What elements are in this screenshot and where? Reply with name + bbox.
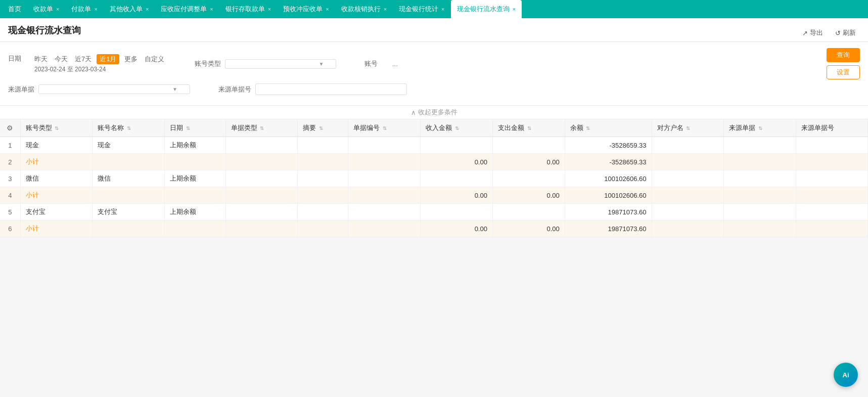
cell-expense <box>492 137 565 154</box>
col-date[interactable]: 日期 ⇅ <box>165 119 225 137</box>
nav-close-bank-deposit[interactable]: × <box>268 0 271 18</box>
refresh-button[interactable]: ↺ 刷新 <box>831 27 860 38</box>
cell-summary <box>298 204 348 220</box>
source-doc-no-input[interactable] <box>255 83 407 95</box>
cell-doc-type <box>225 204 298 220</box>
sort-account-type: ⇅ <box>55 125 59 131</box>
cell-income <box>421 137 493 154</box>
cell-balance: -3528659.33 <box>565 154 652 170</box>
col-account-name[interactable]: 账号名称 ⇅ <box>93 119 165 137</box>
cell-date: 上期余额 <box>165 204 225 220</box>
col-balance[interactable]: 余额 ⇅ <box>565 119 652 137</box>
col-source-doc-label: 来源单据 <box>729 124 755 131</box>
cell-balance: 100102606.60 <box>565 170 652 187</box>
cell-rownum: 3 <box>0 170 20 187</box>
cell-expense <box>492 204 565 220</box>
table-row[interactable]: 6小计0.000.0019871073.60 <box>0 220 868 237</box>
cell-date: 上期余额 <box>165 170 225 187</box>
nav-close-payment[interactable]: × <box>94 0 97 18</box>
col-income[interactable]: 收入金额 ⇅ <box>421 119 493 137</box>
table-row[interactable]: 2小计0.000.00-3528659.33 <box>0 154 868 170</box>
col-account-type[interactable]: 账号类型 ⇅ <box>20 119 93 137</box>
date-opt-custom[interactable]: 自定义 <box>143 54 166 64</box>
cell-summary <box>298 154 348 170</box>
nav-receipt[interactable]: 收款单 × <box>27 0 65 18</box>
table-row[interactable]: 3微信微信上期余额100102606.60 <box>0 170 868 187</box>
date-opt-7days[interactable]: 近7天 <box>73 54 94 64</box>
col-expense-label: 支出金额 <box>498 124 524 131</box>
nav-other-income[interactable]: 其他收入单 × <box>104 0 155 18</box>
cell-source-doc-no <box>796 137 868 154</box>
nav-close-receipt[interactable]: × <box>56 0 59 18</box>
nav-cash-bank-flow[interactable]: 现金银行流水查询 × <box>451 0 522 18</box>
sort-counterparty: ⇅ <box>686 125 690 131</box>
collapse-bar: ∧ 收起更多条件 <box>0 106 868 119</box>
col-account-type-label: 账号类型 <box>26 124 52 131</box>
nav-collect-exec[interactable]: 收款核销执行 × <box>335 0 393 18</box>
col-source-doc-no[interactable]: 来源单据号 <box>796 119 868 137</box>
col-account-name-label: 账号名称 <box>98 124 124 131</box>
cell-account-type: 小计 <box>20 154 93 170</box>
nav-adjustment[interactable]: 应收应付调整单 × <box>155 0 219 18</box>
cell-doc-no <box>348 204 421 220</box>
date-opt-yesterday[interactable]: 昨天 <box>32 54 50 64</box>
col-summary-label: 摘要 <box>303 124 316 131</box>
nav-prepay[interactable]: 预收冲应收单 × <box>277 0 335 18</box>
data-table: ⚙ 账号类型 ⇅ 账号名称 ⇅ 日期 ⇅ 单据类型 ⇅ 摘 <box>0 119 868 237</box>
cell-doc-no <box>348 137 421 154</box>
col-source-doc-no-label: 来源单据号 <box>801 124 834 131</box>
filter-row-source: 来源单据 ▼ 来源单据号 <box>8 83 860 95</box>
filter-area: 日期 昨天 今天 近7天 近1月 更多 自定义 2023-02-24 至 202… <box>0 42 868 106</box>
cell-source-doc <box>724 220 796 237</box>
source-doc-chevron: ▼ <box>172 86 177 92</box>
nav-close-cash-bank-stat[interactable]: × <box>441 0 444 18</box>
table-row[interactable]: 1现金现金上期余额-3528659.33 <box>0 137 868 154</box>
cell-date: 上期余额 <box>165 137 225 154</box>
cell-account-type: 小计 <box>20 220 93 237</box>
table-row[interactable]: 4小计0.000.00100102606.60 <box>0 187 868 204</box>
settings-button[interactable]: 设置 <box>827 65 860 79</box>
table-body: 1现金现金上期余额-3528659.332小计0.000.00-3528659.… <box>0 137 868 237</box>
col-source-doc[interactable]: 来源单据 ⇅ <box>724 119 796 137</box>
nav-payment[interactable]: 付款单 × <box>65 0 103 18</box>
nav-home[interactable]: 首页 <box>2 0 27 18</box>
cell-counterparty <box>652 204 724 220</box>
source-doc-label: 来源单据 <box>8 85 34 94</box>
export-button[interactable]: ↗ 导出 <box>798 27 827 38</box>
cell-balance: 19871073.60 <box>565 204 652 220</box>
col-expense[interactable]: 支出金额 ⇅ <box>492 119 565 137</box>
col-gear[interactable]: ⚙ <box>0 119 20 137</box>
cell-rownum: 5 <box>0 204 20 220</box>
nav-close-collect-exec[interactable]: × <box>384 0 387 18</box>
date-opt-today[interactable]: 今天 <box>53 54 70 64</box>
account-type-select[interactable]: ▼ <box>225 59 336 69</box>
source-doc-select[interactable]: ▼ <box>38 84 190 94</box>
nav-bank-deposit[interactable]: 银行存取款单 × <box>219 0 277 18</box>
nav-cash-bank-stat[interactable]: 现金银行统计 × <box>393 0 450 18</box>
sort-doc-type: ⇅ <box>260 125 264 131</box>
nav-close-cash-bank-flow[interactable]: × <box>513 0 516 18</box>
date-opt-more[interactable]: 更多 <box>122 54 140 64</box>
date-opt-1month[interactable]: 近1月 <box>97 54 119 64</box>
cell-date <box>165 187 225 204</box>
col-doc-type[interactable]: 单据类型 ⇅ <box>225 119 298 137</box>
col-counterparty[interactable]: 对方户名 ⇅ <box>652 119 724 137</box>
account-ellipsis[interactable]: ... <box>389 60 401 68</box>
nav-close-other-income[interactable]: × <box>146 0 149 18</box>
cell-counterparty <box>652 137 724 154</box>
nav-close-prepay[interactable]: × <box>326 0 329 18</box>
sort-doc-no: ⇅ <box>383 125 387 131</box>
cell-account-type: 现金 <box>20 137 93 154</box>
cell-source-doc-no <box>796 187 868 204</box>
nav-close-adjustment[interactable]: × <box>210 0 213 18</box>
cell-doc-type <box>225 170 298 187</box>
query-button[interactable]: 查询 <box>827 48 860 62</box>
cell-account-type: 小计 <box>20 187 93 204</box>
date-options: 昨天 今天 近7天 近1月 更多 自定义 <box>32 54 166 64</box>
page-title: 现金银行流水查询 <box>8 24 81 41</box>
col-doc-type-label: 单据类型 <box>231 124 257 131</box>
table-row[interactable]: 5支付宝支付宝上期余额19871073.60 <box>0 204 868 220</box>
col-doc-no[interactable]: 单据编号 ⇅ <box>348 119 421 137</box>
collapse-button[interactable]: ∧ 收起更多条件 <box>411 108 458 117</box>
col-summary[interactable]: 摘要 ⇅ <box>298 119 348 137</box>
